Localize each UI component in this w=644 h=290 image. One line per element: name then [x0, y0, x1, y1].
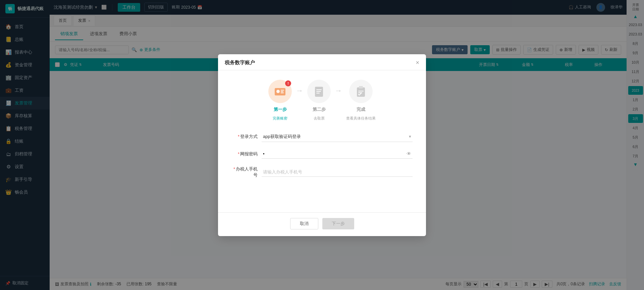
- svg-rect-4: [281, 92, 284, 93]
- tax-digital-dialog: 税务数字账户 × !: [218, 54, 426, 236]
- svg-rect-10: [359, 86, 363, 88]
- step2-icon-wrapper: [307, 80, 331, 103]
- step1-sublabel: 完善账密: [273, 116, 287, 121]
- step-1: ! 第一步 完善账密: [268, 80, 292, 121]
- password-input-wrapper: 👁: [262, 149, 413, 159]
- step-3: 完成 查看具体任务结果: [346, 80, 376, 121]
- svg-point-1: [276, 90, 280, 93]
- dialog-overlay: 税务数字账户 × !: [0, 0, 644, 290]
- dialog-close-button[interactable]: ×: [416, 60, 419, 66]
- steps-container: ! 第一步 完善账密 →: [231, 80, 413, 121]
- spacer: [231, 186, 413, 206]
- step1-badge: !: [285, 80, 291, 86]
- step3-label: 完成: [357, 106, 365, 113]
- step2-label: 第二步: [313, 106, 326, 113]
- dialog-header: 税务数字账户 ×: [218, 54, 426, 70]
- phone-input[interactable]: [262, 167, 413, 177]
- step2-sublabel: 去取票: [314, 116, 325, 121]
- password-label: 网报密码: [231, 151, 262, 157]
- step3-clipboard-icon: [354, 85, 368, 98]
- svg-rect-3: [281, 91, 283, 92]
- form-row-phone: 办税人手机号: [231, 166, 413, 178]
- form-row-password: 网报密码 👁: [231, 149, 413, 159]
- step1-label: 第一步: [274, 106, 287, 113]
- step3-icon-wrapper: [349, 80, 373, 103]
- login-method-value: app获取验证码登录: [263, 134, 301, 140]
- step1-id-card-icon: [273, 85, 287, 98]
- step3-sublabel: 查看具体任务结果: [346, 116, 376, 121]
- select-chevron-icon: ▾: [409, 134, 411, 139]
- step-arrow-2: →: [331, 80, 346, 95]
- svg-rect-7: [316, 91, 321, 92]
- login-method-label: 登录方式: [231, 134, 262, 140]
- step-arrow-1: →: [292, 80, 307, 95]
- step1-icon-wrapper: !: [268, 80, 292, 103]
- cancel-button[interactable]: 取消: [290, 218, 318, 229]
- dialog-title: 税务数字账户: [225, 60, 255, 66]
- svg-rect-8: [316, 93, 320, 93]
- password-toggle-icon[interactable]: 👁: [405, 151, 413, 156]
- dialog-footer: 取消 下一步: [218, 212, 426, 236]
- password-input[interactable]: [262, 149, 405, 158]
- svg-rect-6: [316, 89, 322, 90]
- phone-label: 办税人手机号: [231, 166, 262, 178]
- dialog-body: ! 第一步 完善账密 →: [218, 70, 426, 212]
- next-button[interactable]: 下一步: [322, 218, 354, 229]
- login-method-select[interactable]: app获取验证码登录 ▾: [262, 132, 413, 142]
- svg-rect-11: [358, 91, 364, 91]
- svg-rect-2: [281, 90, 284, 91]
- form-row-login-method: 登录方式 app获取验证码登录 ▾: [231, 132, 413, 142]
- svg-rect-9: [357, 87, 365, 97]
- step2-document-icon: [312, 85, 326, 98]
- svg-rect-0: [275, 88, 285, 95]
- step-2: 第二步 去取票: [307, 80, 331, 121]
